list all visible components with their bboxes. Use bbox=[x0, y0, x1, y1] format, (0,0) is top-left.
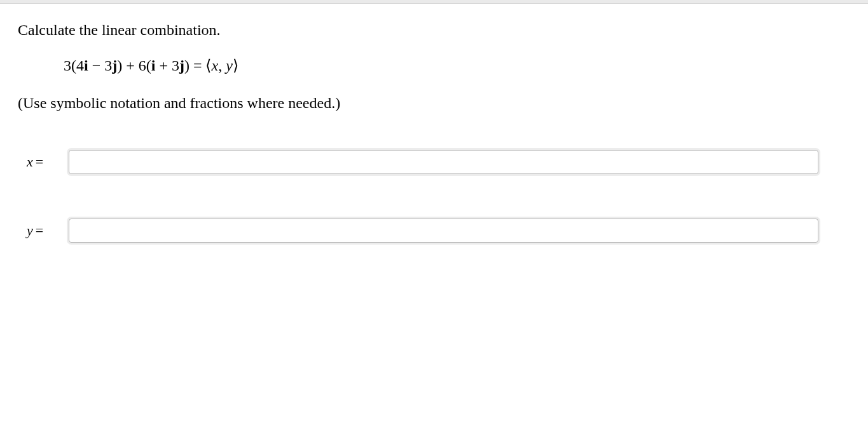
answer-input-y[interactable] bbox=[69, 219, 818, 243]
question-hint: (Use symbolic notation and fractions whe… bbox=[18, 95, 850, 112]
answer-label-x: x= bbox=[27, 154, 69, 170]
answer-label-y: y= bbox=[27, 222, 69, 239]
answer-row-x: x= bbox=[18, 150, 850, 174]
answer-row-y: y= bbox=[18, 219, 850, 243]
question-equation: 3(4i − 3j) + 6(i + 3j) = ⟨x, y⟩ bbox=[64, 57, 850, 74]
question-prompt: Calculate the linear combination. bbox=[18, 22, 850, 39]
question-content: Calculate the linear combination. 3(4i −… bbox=[0, 4, 868, 243]
answer-input-x[interactable] bbox=[69, 150, 818, 174]
